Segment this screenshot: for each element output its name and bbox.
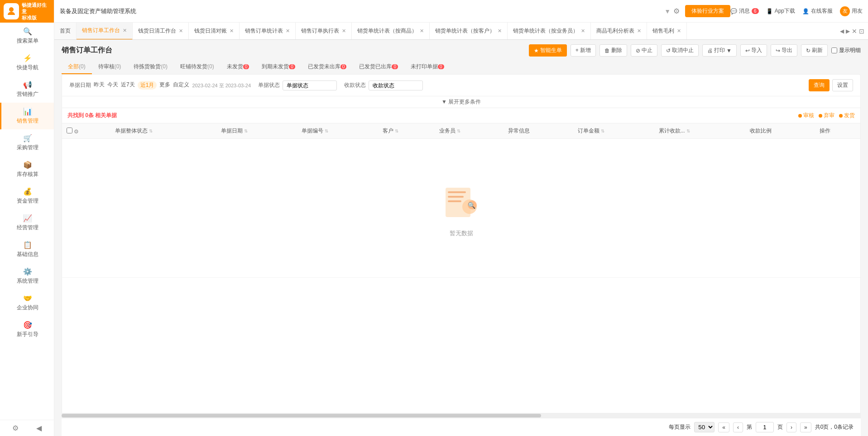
abort-button[interactable]: ⊘ 中止	[631, 44, 657, 57]
collapse-icon[interactable]: ◀	[36, 424, 42, 432]
page-input[interactable]	[756, 422, 774, 432]
online-service-action[interactable]: 👤 在线客服	[802, 7, 833, 15]
tab-close-gross-profit[interactable]: ✕	[637, 28, 641, 34]
tab-gross-profit[interactable]: 商品毛利分析表✕	[591, 23, 647, 40]
tab-sales-workbench[interactable]: 销售订单工作台✕	[77, 23, 133, 40]
sidebar-item-finance[interactable]: 💰 资金管理	[0, 183, 54, 209]
col-number[interactable]: 单据编号⇅	[297, 123, 378, 139]
sidebar-item-operations[interactable]: 📈 经营管理	[0, 209, 54, 236]
next-next-page[interactable]: »	[800, 422, 811, 432]
date-link-今天[interactable]: 今天	[107, 81, 118, 90]
filter-tab-all[interactable]: 全部(0)	[62, 60, 92, 74]
tab-maximize[interactable]: ⊡	[859, 28, 864, 35]
per-page-select[interactable]: 50	[694, 422, 715, 432]
tab-close-sales-by-customer[interactable]: ✕	[498, 28, 502, 34]
cancel-abort-button[interactable]: ↺ 取消中止	[661, 44, 699, 57]
col-amount[interactable]: 订单金额⇅	[573, 123, 654, 139]
gear-settings-icon[interactable]: ⚙	[673, 7, 680, 15]
smart-create-button[interactable]: ★ 智能生单	[529, 44, 567, 57]
prev-page[interactable]: ‹	[733, 422, 743, 432]
expand-conditions[interactable]: ▼ 展开更多条件	[62, 96, 861, 108]
col-staff[interactable]: 业务员⇅	[435, 123, 504, 139]
sort-icon-date[interactable]: ⇅	[244, 128, 248, 133]
sort-icon-status[interactable]: ⇅	[149, 128, 153, 133]
filter-settings-button[interactable]: 设置	[832, 79, 853, 91]
date-link-昨天[interactable]: 昨天	[94, 81, 105, 90]
sidebar-item-purchase[interactable]: 🛒 采购管理	[0, 129, 54, 156]
tab-close-sales-by-staff[interactable]: ✕	[581, 28, 585, 34]
tab-home[interactable]: 首页	[54, 23, 77, 40]
tab-close-sales-workbench[interactable]: ✕	[123, 28, 127, 33]
next-page[interactable]: ›	[786, 422, 796, 432]
show-detail-input[interactable]	[831, 47, 837, 53]
sort-icon-number[interactable]: ⇅	[325, 128, 328, 133]
tab-close-sales-by-product[interactable]: ✕	[420, 28, 424, 34]
tab-scroll-right[interactable]: ▶	[846, 28, 850, 34]
sidebar-item-sales[interactable]: 📊 销售管理	[0, 103, 54, 129]
sidebar-item-quick-nav[interactable]: ⚡ 快捷导航	[0, 49, 54, 76]
tab-sales-exec[interactable]: 销售订单执行表✕	[296, 23, 352, 40]
add-button[interactable]: + 新增	[571, 44, 596, 57]
tab-close-sales-exec[interactable]: ✕	[342, 28, 346, 34]
filter-tab-shipped-out[interactable]: 已发货已出库0	[353, 60, 404, 74]
tab-close-sales-detail[interactable]: ✕	[677, 28, 681, 34]
sidebar-item-system[interactable]: ⚙️ 系统管理	[0, 263, 54, 289]
tab-cash-reconcile[interactable]: 钱货日清对账✕	[189, 23, 240, 40]
print-button[interactable]: 🖨 打印 ▼	[702, 44, 737, 57]
tab-cash-daily[interactable]: 钱货日清工作台✕	[133, 23, 189, 40]
col-received[interactable]: 累计收款...⇅	[654, 123, 746, 139]
solution-button[interactable]: 体验行业方案	[685, 5, 730, 17]
sidebar-item-enterprise[interactable]: 🤝 企业协同	[0, 289, 54, 316]
filter-tab-not-printed[interactable]: 未打印单据0	[404, 60, 451, 74]
query-button[interactable]: 查询	[809, 79, 830, 91]
scrollbar-thumb[interactable]	[62, 414, 541, 417]
settings-icon[interactable]: ⚙	[12, 424, 19, 432]
col-date[interactable]: 单据日期⇅	[216, 123, 297, 139]
ship-btn[interactable]: 发货	[839, 112, 855, 119]
refresh-button[interactable]: ↻ 刷新	[801, 44, 828, 57]
tab-sales-by-product[interactable]: 销货单统计表（按商品）✕	[352, 23, 430, 40]
sidebar-item-basic-info[interactable]: 📋 基础信息	[0, 236, 54, 263]
sidebar-item-newbie[interactable]: 🎯 新手引导	[0, 316, 54, 343]
show-detail-checkbox[interactable]: 显示明细	[831, 47, 861, 54]
tab-scroll-left[interactable]: ◀	[840, 28, 844, 34]
sort-icon-staff[interactable]: ⇅	[457, 128, 460, 133]
sort-icon-amount[interactable]: ⇅	[601, 128, 604, 133]
message-action[interactable]: 💬 消息 6	[730, 7, 759, 15]
date-link-近1月[interactable]: 近1月	[138, 81, 157, 90]
tab-close-cash-daily[interactable]: ✕	[179, 28, 183, 34]
date-link-自定义[interactable]: 自定义	[173, 81, 189, 90]
status-select[interactable]: 单据状态	[283, 81, 337, 90]
horizontal-scrollbar[interactable]	[62, 413, 861, 418]
sidebar-item-marketing[interactable]: 📢 营销推广	[0, 76, 54, 103]
filter-tab-pending-inspect[interactable]: 待拣货验货(0)	[127, 60, 174, 74]
sort-icon-received[interactable]: ⇅	[686, 128, 690, 133]
date-link-更多[interactable]: 更多	[159, 81, 170, 90]
sidebar-item-search[interactable]: 🔍 搜索菜单	[0, 23, 54, 49]
sidebar-item-inventory[interactable]: 📦 库存核算	[0, 156, 54, 183]
import-button[interactable]: ↩ 导入	[740, 44, 767, 57]
filter-tab-shipped-not-out[interactable]: 已发货未出库0	[302, 60, 353, 74]
unreviewed-btn[interactable]: 弃审	[819, 112, 834, 119]
sort-icon-customer[interactable]: ⇅	[395, 128, 398, 133]
export-button[interactable]: ↪ 导出	[771, 44, 797, 57]
col-customer[interactable]: 客户⇅	[378, 123, 435, 139]
payment-select[interactable]: 收款状态	[369, 81, 423, 90]
review-btn[interactable]: 审核	[798, 112, 814, 119]
date-link-近7天[interactable]: 近7天	[121, 81, 135, 90]
col-settings-icon[interactable]: ⚙	[74, 128, 79, 135]
tab-close-sales-stat[interactable]: ✕	[286, 28, 290, 34]
app-download-action[interactable]: 📱 App下载	[766, 7, 795, 15]
tab-sales-by-customer[interactable]: 销货单统计表（按客户）✕	[430, 23, 508, 40]
prev-prev-page[interactable]: «	[718, 422, 729, 432]
select-all-checkbox[interactable]	[67, 128, 72, 133]
filter-tab-not-shipped[interactable]: 未发货0	[221, 60, 256, 74]
tab-close-all[interactable]: ✕	[852, 28, 857, 35]
tab-sales-detail[interactable]: 销售毛利✕	[647, 23, 687, 40]
user-action[interactable]: 友 用友	[840, 6, 863, 16]
filter-tab-pending-review[interactable]: 待审核(0)	[92, 60, 128, 74]
filter-tab-expired-not-shipped[interactable]: 到期未发货0	[255, 60, 302, 74]
filter-tab-wangpu-ship[interactable]: 旺铺待发货(0)	[174, 60, 221, 74]
delete-button[interactable]: 🗑 删除	[599, 44, 627, 57]
col-status[interactable]: 单据整体状态⇅	[110, 123, 216, 139]
